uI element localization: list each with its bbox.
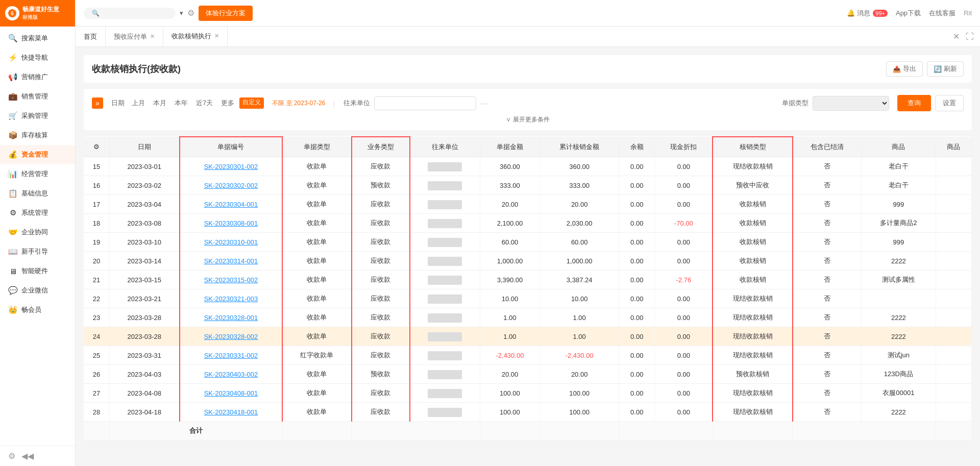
topbar-search[interactable]: 🔍 — [84, 8, 176, 19]
sidebar-item-企业微信[interactable]: 💬企业微信 — [0, 281, 75, 300]
row-no: 20 — [84, 252, 110, 271]
order-no-link[interactable]: SK-20230418-001 — [204, 408, 258, 416]
partner-input[interactable] — [374, 96, 476, 110]
row-order-no: SK-20230328-002 — [180, 327, 283, 346]
sidebar-item-基础信息[interactable]: 📋基础信息 — [0, 184, 75, 203]
order-no-link[interactable]: SK-20230408-001 — [204, 389, 258, 397]
row-product2 — [936, 214, 971, 233]
row-doctype: 收款单 — [282, 327, 351, 346]
date-btn-last-month[interactable]: 上月 — [129, 97, 148, 109]
row-partner — [410, 403, 480, 422]
order-no-link[interactable]: SK-20230315-002 — [204, 276, 258, 284]
order-no-link[interactable]: SK-20230314-001 — [204, 257, 258, 265]
nav-label: 资金管理 — [21, 150, 48, 159]
sidebar-item-新手引导[interactable]: 📖新手引导 — [0, 242, 75, 261]
date-btn-this-year[interactable]: 本年 — [172, 97, 191, 109]
order-no-link[interactable]: SK-20230308-001 — [204, 219, 258, 227]
order-no-link[interactable]: SK-20230301-002 — [204, 163, 258, 170]
table-row: 18 2023-03-08 SK-20230308-001 收款单 应收款 2,… — [84, 214, 972, 233]
export-button[interactable]: 📤 导出 — [886, 61, 923, 77]
sidebar-item-快捷导航[interactable]: ⚡快捷导航 — [0, 48, 75, 67]
row-date: 2023-04-03 — [110, 365, 180, 384]
topbar-dropdown[interactable]: ▾ — [180, 9, 183, 17]
row-product2 — [936, 403, 971, 422]
tab-prepayment[interactable]: 预收应付单 ✕ — [106, 27, 163, 47]
tab-expand[interactable]: ⛶ — [964, 30, 976, 43]
order-no-link[interactable]: SK-20230302-002 — [204, 182, 258, 189]
row-partner — [410, 289, 480, 308]
app-download[interactable]: App下载 — [896, 9, 921, 18]
sidebar-item-企业协同[interactable]: 🤝企业协同 — [0, 223, 75, 242]
tab-prepayment-close[interactable]: ✕ — [150, 33, 155, 40]
message-badge: 99+ — [873, 10, 888, 17]
sidebar-item-资金管理[interactable]: 💰资金管理 — [0, 145, 75, 164]
sidebar-item-系统管理[interactable]: ⚙系统管理 — [0, 203, 75, 223]
row-writeoff-amount: 20.00 — [540, 365, 619, 384]
row-partner — [410, 157, 480, 176]
total-row: 合计 — [84, 422, 972, 440]
row-cash-discount: 0.00 — [655, 252, 713, 271]
row-product: 2222 — [862, 308, 936, 327]
row-date: 2023-04-08 — [110, 384, 180, 403]
expand-conditions-button[interactable]: ∨ 展开更多条件 — [506, 115, 549, 124]
tab-writeoff[interactable]: 收款核销执行 ✕ — [163, 27, 228, 47]
collapse-icon[interactable]: ◀◀ — [21, 451, 34, 461]
date-btn-more[interactable]: 更多 — [218, 97, 237, 109]
row-amount: 20.00 — [480, 365, 540, 384]
solution-button[interactable]: 体验行业方案 — [199, 6, 253, 21]
tab-writeoff-label: 收款核销执行 — [172, 32, 211, 41]
date-btn-7days[interactable]: 近7天 — [193, 97, 216, 109]
nav-label: 智能硬件 — [21, 266, 48, 276]
table-row: 17 2023-03-04 SK-20230304-001 收款单 应收款 20… — [84, 195, 972, 214]
order-no-link[interactable]: SK-20230310-001 — [204, 238, 258, 246]
sidebar-item-销售管理[interactable]: 💼销售管理 — [0, 87, 75, 106]
row-biztype: 应收款 — [352, 403, 410, 422]
order-no-link[interactable]: SK-20230331-002 — [204, 352, 258, 359]
row-cash-discount: -2.76 — [655, 271, 713, 289]
tab-close-all[interactable]: ✕ — [951, 30, 962, 43]
table-row: 15 2023-03-01 SK-20230301-002 收款单 应收款 36… — [84, 157, 972, 176]
sidebar-item-营销推广[interactable]: 📢营销推广 — [0, 67, 75, 87]
gear-icon[interactable]: ⚙ — [187, 8, 194, 18]
tab-home[interactable]: 首页 — [76, 27, 106, 47]
col-settings-header[interactable]: ⚙ — [84, 137, 110, 157]
date-custom[interactable]: 自定义 — [239, 97, 264, 109]
sidebar-item-畅会员[interactable]: 👑畅会员 — [0, 300, 75, 320]
row-balance: 0.00 — [619, 346, 655, 365]
page-content: 收款核销执行(按收款) 📤 导出 🔄 刷新 » 日期 — [76, 47, 980, 466]
row-order-no: SK-20230314-001 — [180, 252, 283, 271]
order-no-link[interactable]: SK-20230403-002 — [204, 371, 258, 378]
online-service[interactable]: 在线客服 — [929, 9, 955, 18]
sidebar-item-搜索菜单[interactable]: 🔍搜索菜单 — [0, 29, 75, 48]
doctype-select[interactable] — [813, 96, 889, 111]
row-amount: 333.00 — [480, 176, 540, 195]
row-cash-discount: 0.00 — [655, 308, 713, 327]
query-button[interactable]: 查询 — [897, 95, 931, 111]
settings-icon[interactable]: ⚙ — [8, 451, 15, 461]
sidebar: 6 畅康道好生意 标推版 🔍搜索菜单⚡快捷导航📢营销推广💼销售管理🛒采购管理📦库… — [0, 0, 76, 466]
order-no-link[interactable]: SK-20230328-002 — [204, 333, 258, 340]
settings-button[interactable]: 设置 — [935, 95, 964, 111]
row-no: 16 — [84, 176, 110, 195]
row-balance: 0.00 — [619, 327, 655, 346]
row-writeoff-amount: 1.00 — [540, 308, 619, 327]
sidebar-item-采购管理[interactable]: 🛒采购管理 — [0, 106, 75, 126]
row-biztype: 应收款 — [352, 195, 410, 214]
sidebar-item-库存核算[interactable]: 📦库存核算 — [0, 126, 75, 145]
col-cash-discount-header: 现金折扣 — [655, 137, 713, 157]
tab-writeoff-close[interactable]: ✕ — [214, 33, 219, 39]
sidebar-item-智能硬件[interactable]: 🖥智能硬件 — [0, 261, 75, 281]
order-no-link[interactable]: SK-20230321-003 — [204, 295, 258, 303]
tabbar: 首页 预收应付单 ✕ 收款核销执行 ✕ ✕ ⛶ — [76, 27, 980, 47]
table-row: 21 2023-03-15 SK-20230315-002 收款单 应收款 3,… — [84, 271, 972, 289]
date-btn-this-month[interactable]: 本月 — [150, 97, 169, 109]
filter-toggle[interactable]: » — [92, 97, 103, 109]
order-no-link[interactable]: SK-20230304-001 — [204, 201, 258, 208]
refresh-button[interactable]: 🔄 刷新 — [927, 61, 964, 77]
row-biztype: 预收款 — [352, 176, 410, 195]
date-label: 日期 — [111, 99, 125, 108]
sidebar-item-经营管理[interactable]: 📊经营管理 — [0, 164, 75, 184]
order-no-link[interactable]: SK-20230328-001 — [204, 314, 258, 322]
message-area[interactable]: 🔔 消息 99+ — [847, 9, 888, 18]
col-amount-header: 单据金额 — [480, 137, 540, 157]
